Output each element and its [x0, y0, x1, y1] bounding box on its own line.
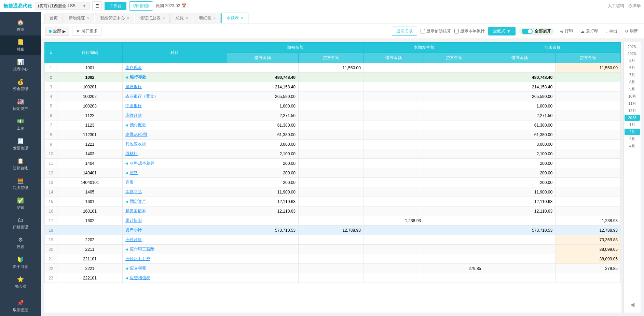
row-name[interactable]: 累计折旧: [122, 216, 227, 226]
cell-cp-debit[interactable]: [364, 149, 424, 159]
row-name[interactable]: ◀ 银行存款: [122, 73, 227, 82]
cell-ob-debit[interactable]: 480,748.40: [227, 73, 299, 82]
header-gear[interactable]: ⚙: [45, 43, 57, 63]
show-aux-checkbox[interactable]: 显示辅助核算: [421, 28, 451, 34]
gear-icon[interactable]: ⚙: [47, 49, 54, 56]
sidebar-item-reports[interactable]: 📊 报表中心: [0, 55, 41, 75]
account-name-link[interactable]: 壹蛋: [125, 180, 134, 185]
row-name[interactable]: 壹蛋: [122, 178, 227, 187]
row-name[interactable]: ◀ 材料成本差异: [122, 159, 227, 168]
cell-cp-credit[interactable]: [424, 273, 484, 283]
account-name-link[interactable]: 惠属EU公司: [125, 132, 148, 137]
cell-cp-debit[interactable]: [364, 197, 424, 206]
account-name-link[interactable]: 银行存款: [130, 75, 146, 80]
show-ytd-input[interactable]: [454, 29, 459, 33]
cell-ob-credit[interactable]: [299, 216, 364, 226]
sidebar-item-home[interactable]: 🏠 首页: [0, 16, 41, 35]
cell-cp-credit[interactable]: [424, 206, 484, 216]
cell-eb-credit[interactable]: [556, 111, 621, 120]
cell-ob-debit[interactable]: 61,380.00: [227, 120, 299, 130]
cell-ob-credit[interactable]: 11,550.00: [299, 63, 364, 73]
account-name-link[interactable]: 材料: [130, 170, 138, 175]
account-name-link[interactable]: 应交税费: [130, 266, 146, 271]
back-to-old-button[interactable]: 返回旧版: [392, 27, 417, 36]
cell-ob-credit[interactable]: [299, 264, 364, 273]
cell-ob-credit[interactable]: [299, 254, 364, 264]
tab-balance-sheet-close[interactable]: ×: [241, 16, 243, 20]
cell-ob-debit[interactable]: 200.00: [227, 178, 299, 187]
cell-cp-credit[interactable]: [424, 235, 484, 245]
cell-eb-debit[interactable]: 2,100.00: [484, 149, 556, 159]
month-10[interactable]: 10月: [625, 93, 640, 100]
cell-cp-credit[interactable]: [424, 120, 484, 130]
month-5[interactable]: 5月: [625, 57, 640, 64]
row-name[interactable]: ◀ 应交税费: [122, 264, 227, 273]
sidebar-item-assets[interactable]: 🏭 固定资产: [0, 95, 41, 115]
account-name-link[interactable]: 预付账款: [130, 123, 146, 127]
sidebar-item-cancel-fixed[interactable]: 📌 取消固定: [0, 296, 41, 316]
expand-arrow-icon[interactable]: ◀: [125, 171, 129, 175]
row-name[interactable]: 应付账款: [122, 235, 227, 245]
cell-eb-debit[interactable]: [484, 254, 556, 264]
cell-eb-debit[interactable]: [484, 235, 556, 245]
tab-new-voucher-close[interactable]: ×: [87, 16, 89, 20]
full-mode-button[interactable]: 全账式 ▼: [488, 27, 516, 35]
cell-eb-debit[interactable]: [484, 216, 556, 226]
cell-eb-debit[interactable]: [484, 273, 556, 283]
switch-version-button[interactable]: 切到旧版: [129, 1, 153, 11]
company-icon-btn[interactable]: ☰: [92, 1, 102, 11]
tab-voucher-summary[interactable]: 凭证汇总表 ×: [135, 13, 170, 23]
cell-cp-debit[interactable]: [364, 254, 424, 264]
expand-all-toggle[interactable]: 全部展开: [519, 28, 554, 35]
cell-ob-debit[interactable]: [227, 273, 299, 283]
account-name-link[interactable]: 原材料: [125, 151, 138, 156]
cell-cp-credit[interactable]: [424, 140, 484, 149]
cell-cp-debit[interactable]: [364, 235, 424, 245]
cell-cp-debit[interactable]: [364, 101, 424, 111]
sidebar-item-settings[interactable]: ⚙ 设置: [0, 233, 41, 253]
cell-eb-credit[interactable]: [556, 120, 621, 130]
month-12[interactable]: 12月: [625, 107, 640, 114]
account-name-link[interactable]: 应收账款: [125, 113, 142, 118]
cell-ob-credit[interactable]: [299, 159, 364, 168]
cell-cp-debit[interactable]: [364, 82, 424, 92]
cell-eb-debit[interactable]: 1,000.00: [484, 101, 556, 111]
cell-cp-debit[interactable]: [364, 159, 424, 168]
print-button[interactable]: 🖨 打印: [557, 28, 575, 35]
account-name-link[interactable]: 固定资产: [130, 199, 146, 204]
cell-cp-debit[interactable]: [364, 140, 424, 149]
cell-eb-debit[interactable]: 200.00: [484, 178, 556, 187]
expand-arrow-icon[interactable]: ◀: [125, 200, 129, 203]
account-name-link[interactable]: 累计折旧: [125, 218, 142, 223]
cell-cp-debit[interactable]: [364, 226, 424, 235]
cell-eb-credit[interactable]: 38,099.05: [556, 245, 621, 254]
show-aux-input[interactable]: [421, 29, 425, 33]
expand-arrow-icon[interactable]: ◀: [125, 267, 129, 270]
cell-cp-debit[interactable]: [364, 92, 424, 101]
cell-ob-credit[interactable]: [299, 149, 364, 159]
tab-voucher-summary-close[interactable]: ×: [163, 16, 165, 20]
cell-eb-credit[interactable]: 38,099.05: [556, 254, 621, 264]
expand-arrow-icon[interactable]: ◀: [125, 247, 129, 251]
cell-ob-debit[interactable]: 1,000.00: [227, 101, 299, 111]
cell-cp-credit[interactable]: [424, 254, 484, 264]
cell-eb-credit[interactable]: [556, 140, 621, 149]
cell-eb-credit[interactable]: [556, 159, 621, 168]
account-name-link[interactable]: 应交增值税: [130, 275, 150, 280]
row-name[interactable]: ◀ 预付账款: [122, 120, 227, 130]
tab-smart-center[interactable]: 智能凭证中心 ×: [95, 13, 134, 23]
cell-eb-credit[interactable]: [556, 206, 621, 216]
sidebar-item-guide[interactable]: 🔰 新手引导: [0, 253, 41, 273]
cell-cp-debit[interactable]: [364, 73, 424, 82]
user-service[interactable]: 人工咨询: [608, 3, 624, 9]
show-ytd-checkbox[interactable]: 显示本年累计: [454, 28, 485, 34]
year-2023-active[interactable]: 2023: [625, 115, 640, 121]
cell-eb-credit[interactable]: [556, 130, 621, 140]
cell-eb-debit[interactable]: 61,380.00: [484, 130, 556, 140]
sidebar-item-ledger[interactable]: 📒 总账: [0, 35, 41, 55]
cell-ob-credit[interactable]: [299, 197, 364, 206]
cell-cp-debit[interactable]: [364, 111, 424, 120]
cell-cp-debit[interactable]: [364, 264, 424, 273]
row-name[interactable]: 其他应收款: [122, 140, 227, 149]
cell-cp-debit[interactable]: [364, 187, 424, 197]
